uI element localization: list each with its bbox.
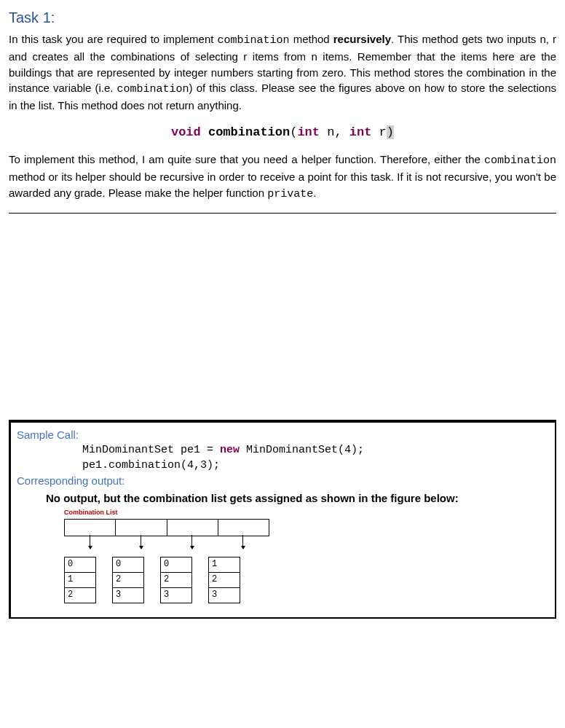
arg-n: n, — [320, 125, 349, 139]
sample-code-line-1: MinDominantSet pe1 = new MinDominantSet(… — [82, 442, 549, 458]
cell: 2 — [112, 572, 144, 588]
paren-open: ( — [290, 125, 297, 139]
keyword-new: new — [220, 444, 240, 456]
columns-container: 0 1 2 0 2 3 0 2 3 1 2 3 — [64, 557, 549, 603]
combination-list-label: Combination List — [64, 508, 549, 517]
cell: 1 — [64, 572, 96, 588]
code-text: MinDominantSet(4); — [240, 444, 364, 456]
cell: 0 — [64, 557, 96, 573]
code-inline: combination — [218, 34, 290, 47]
cell: 3 — [160, 587, 192, 603]
top-list-row — [64, 519, 269, 536]
arrow-icon — [242, 535, 243, 547]
task-paragraph-2: To implement this method, I am quite sur… — [9, 152, 556, 202]
bold-text: recursively — [333, 33, 391, 45]
sample-box: Sample Call: MinDominantSet pe1 = new Mi… — [9, 420, 556, 619]
keyword-int: int — [297, 125, 320, 139]
arrow-icon — [90, 535, 90, 547]
arg-r: r — [371, 125, 386, 139]
cell: 0 — [112, 557, 144, 573]
code-inline: combination — [484, 154, 556, 167]
text: To implement this method, I am quite sur… — [9, 153, 484, 165]
arrow-icon — [141, 535, 141, 547]
task-title: Task 1: — [9, 7, 556, 28]
output-heading: Corresponding output: — [17, 473, 549, 489]
combination-column-0: 0 1 2 — [64, 557, 96, 603]
cell: 1 — [208, 557, 240, 573]
cell: 2 — [64, 587, 96, 603]
code-signature: void combination(int n, int r) — [9, 124, 556, 142]
output-description: No output, but the combination list gets… — [46, 490, 549, 506]
code-inline: private — [267, 188, 313, 200]
combination-column-2: 0 2 3 — [160, 557, 192, 603]
cell: 2 — [208, 572, 240, 588]
sample-code-line-2: pe1.combination(4,3); — [82, 458, 549, 473]
cell: 0 — [160, 557, 192, 573]
code-text: MinDominantSet pe1 = — [82, 444, 220, 456]
text: method — [290, 33, 333, 45]
arrow-icon — [191, 535, 192, 547]
combination-column-3: 1 2 3 — [208, 557, 240, 603]
text: . — [313, 187, 316, 199]
keyword-void: void — [171, 125, 201, 139]
function-name: combination — [208, 125, 290, 139]
text: In this task you are required to impleme… — [9, 33, 218, 45]
arrow-row — [64, 536, 268, 555]
task-paragraph-1: In this task you are required to impleme… — [9, 31, 556, 114]
combination-column-1: 0 2 3 — [112, 557, 144, 603]
cell: 2 — [160, 572, 192, 588]
cell: 3 — [112, 587, 144, 603]
code-inline: combination — [117, 83, 189, 95]
paren-close: ) — [387, 125, 394, 139]
keyword-int: int — [349, 125, 372, 139]
cell: 3 — [208, 587, 240, 603]
combination-diagram: 0 1 2 0 2 3 0 2 3 1 2 3 — [64, 519, 549, 603]
sample-call-heading: Sample Call: — [17, 427, 549, 443]
blank-space — [9, 214, 556, 418]
